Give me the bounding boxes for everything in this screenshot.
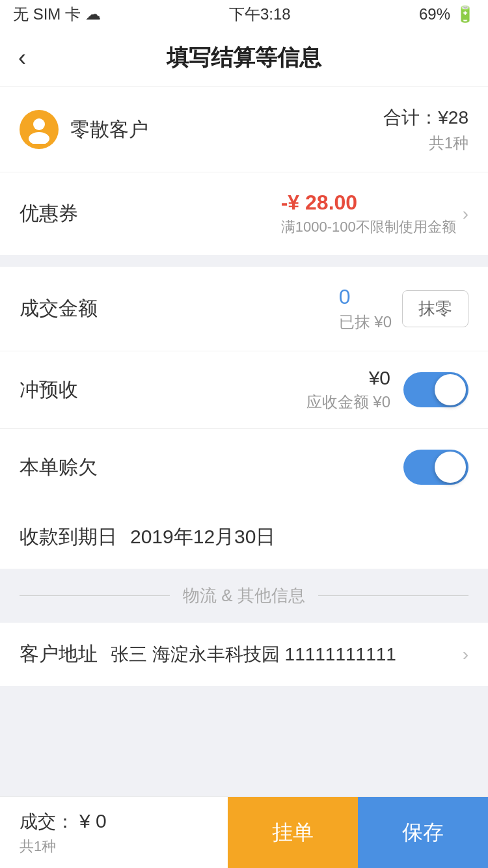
customer-left: 零散客户 [20,110,148,149]
hang-dan-button[interactable]: 挂单 [228,797,358,869]
bottom-bar: 成交： ¥ 0 共1种 挂单 保存 [0,796,488,868]
deal-amount-value: 0 [339,285,392,309]
due-date-label: 收款到期日 [20,524,117,550]
battery-icon: 🔋 [455,5,475,23]
ben-dan-row: 本单赊欠 [0,429,488,506]
address-chevron-icon: › [463,644,468,665]
address-value: 张三 海淀永丰科技园 11111111111 [111,642,450,667]
chong-main-value: ¥0 [306,367,390,389]
customer-total: 合计：¥28 共1种 [383,105,468,154]
customer-row: 零散客户 合计：¥28 共1种 [0,87,488,172]
due-date-card: 收款到期日 2019年12月30日 [0,506,488,569]
chevron-right-icon: › [463,204,468,224]
chong-values: ¥0 应收金额 ¥0 [306,367,390,413]
page-title: 填写结算等信息 [167,43,321,73]
coupon-label: 优惠券 [20,200,78,227]
deal-amount-sub: 已抹 ¥0 [339,312,392,332]
round-zero-button[interactable]: 抹零 [402,290,468,327]
status-right: 69% 🔋 [419,5,475,23]
coupon-discount: -¥ 28.00 [281,191,456,215]
bottom-count: 共1种 [20,837,208,856]
deal-amount-values: 0 已抹 ¥0 [339,285,392,332]
chong-sub-value: 应收金额 ¥0 [306,392,390,413]
coupon-desc: 满1000-100不限制使用金额 [281,217,456,237]
status-bar: 无 SIM 卡 ☁ 下午3:18 69% 🔋 [0,0,488,29]
chong-yu-shou-label: 冲预收 [20,377,78,403]
customer-total-amount: 合计：¥28 [383,105,468,130]
status-time: 下午3:18 [229,4,291,25]
bottom-info: 成交： ¥ 0 共1种 [0,809,228,856]
customer-card: 零散客户 合计：¥28 共1种 优惠券 -¥ 28.00 满1000-100不限… [0,87,488,255]
logistics-line-right [318,595,468,596]
due-date-value: 2019年12月30日 [130,524,275,550]
coupon-right: -¥ 28.00 满1000-100不限制使用金额 › [281,191,468,237]
ben-dan-label: 本单赊欠 [20,454,98,481]
deal-amount-row: 成交金额 0 已抹 ¥0 抹零 [0,267,488,351]
ben-dan-card: 本单赊欠 [0,429,488,506]
chong-toggle[interactable] [403,372,468,407]
deal-amount-card: 成交金额 0 已抹 ¥0 抹零 冲预收 ¥0 应收金额 ¥0 [0,267,488,429]
due-date-row: 收款到期日 2019年12月30日 [0,506,488,569]
customer-name: 零散客户 [70,116,148,143]
address-card: 客户地址 张三 海淀永丰科技园 11111111111 › [0,623,488,686]
deal-amount-value-area: 0 已抹 ¥0 抹零 [339,285,468,332]
sim-label: 无 SIM 卡 ☁ [13,4,101,25]
address-label: 客户地址 [20,641,98,668]
battery-label: 69% [419,5,450,23]
coupon-row[interactable]: 优惠券 -¥ 28.00 满1000-100不限制使用金额 › [0,172,488,255]
chong-yu-shou-row: 冲预收 ¥0 应收金额 ¥0 [0,351,488,429]
deal-amount-label: 成交金额 [20,295,98,322]
back-button[interactable]: ‹ [18,44,26,72]
svg-point-1 [29,132,49,144]
ben-dan-toggle[interactable] [403,450,468,485]
svg-point-0 [33,118,45,130]
status-left: 无 SIM 卡 ☁ [13,4,101,25]
save-button[interactable]: 保存 [358,797,488,869]
avatar [20,110,59,149]
bottom-deal-amount: ¥ 0 [79,810,107,832]
bottom-deal-label: 成交： [20,809,74,834]
bottom-deal: 成交： ¥ 0 [20,809,208,834]
logistics-label: 物流 & 其他信息 [183,584,305,607]
address-row[interactable]: 客户地址 张三 海淀永丰科技园 11111111111 › [0,623,488,686]
logistics-line-left [20,595,170,596]
coupon-info: -¥ 28.00 满1000-100不限制使用金额 [281,191,456,237]
nav-bar: ‹ 填写结算等信息 [0,29,488,87]
customer-total-count: 共1种 [383,133,468,154]
logistics-header: 物流 & 其他信息 [0,569,488,623]
chong-right: ¥0 应收金额 ¥0 [306,367,468,413]
content-area: 零散客户 合计：¥28 共1种 优惠券 -¥ 28.00 满1000-100不限… [0,87,488,776]
user-icon [25,115,53,144]
